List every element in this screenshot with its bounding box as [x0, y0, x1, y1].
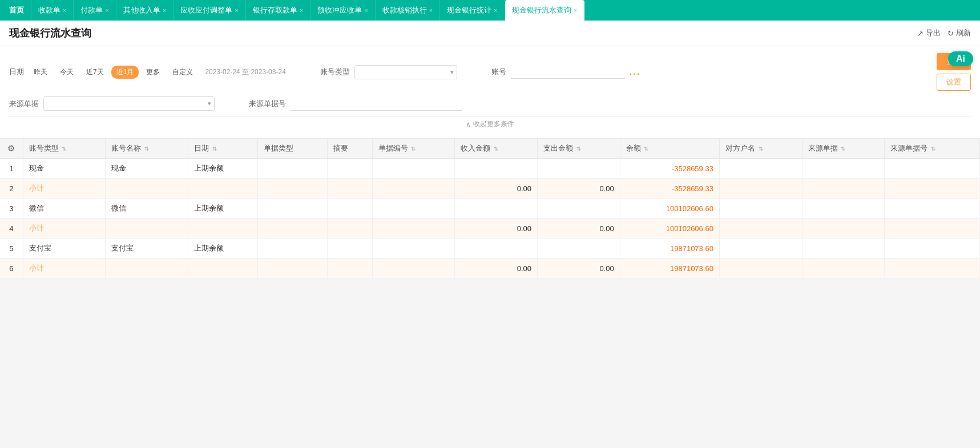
row-idx: 2 [0, 179, 23, 199]
col-date[interactable]: 日期 ⇅ [188, 139, 258, 159]
cell-summary [328, 159, 373, 179]
collapse-bar[interactable]: ∧ 收起更多条件 [9, 116, 971, 131]
cell-balance: 19871073.60 [620, 239, 719, 259]
account-input[interactable] [511, 65, 625, 79]
col-settings[interactable]: ⚙ [0, 139, 23, 159]
date-btn-more[interactable]: 更多 [141, 66, 165, 79]
nav-tab-cash-flow-label: 现金银行流水查询 [512, 5, 571, 15]
cell-account-type: 小计 [23, 219, 106, 239]
cell-counterpart [719, 199, 802, 219]
nav-tab-other-income[interactable]: 其他收入单 × [116, 0, 174, 21]
export-button[interactable]: ↗ 导出 [917, 28, 941, 38]
nav-tab-pre-receive-close[interactable]: × [364, 7, 368, 14]
table-container: ⚙ 账号类型 ⇅ 账号名称 ⇅ 日期 ⇅ 单据类型 摘要 [0, 139, 980, 279]
cell-expense: 0.00 [538, 179, 620, 199]
col-doc-no[interactable]: 单据编号 ⇅ [372, 139, 455, 159]
col-counterpart-label: 对方户名 [725, 144, 755, 152]
nav-tab-pre-receive[interactable]: 预收冲应收单 × [310, 0, 375, 21]
nav-tab-payment-close[interactable]: × [105, 7, 108, 14]
col-source-doc-no[interactable]: 来源单据号 ⇅ [885, 139, 980, 159]
source-doc-no-label: 来源单据号 [249, 99, 286, 109]
nav-tab-other-income-label: 其他收入单 [123, 5, 160, 15]
nav-tab-receipt-close[interactable]: × [63, 7, 66, 14]
cell-balance: 100102606.60 [620, 219, 719, 239]
nav-tab-payment-label: 付款单 [80, 5, 103, 15]
cell-summary [328, 179, 373, 199]
cell-expense [538, 159, 620, 179]
col-account-name[interactable]: 账号名称 ⇅ [106, 139, 188, 159]
cell-doc-type [258, 219, 328, 239]
date-btn-custom[interactable]: 自定义 [167, 66, 198, 79]
filter-area: 日期 昨天 今天 近7天 近1月 更多 自定义 2023-02-24 至 202… [0, 46, 980, 139]
source-doc-no-input[interactable] [291, 97, 462, 111]
row-idx: 4 [0, 219, 23, 239]
nav-tab-home[interactable]: 首页 [2, 0, 31, 21]
nav-tab-bank-deposit-close[interactable]: × [300, 7, 303, 14]
settings-gear-icon[interactable]: ⚙ [7, 143, 15, 153]
source-doc-select[interactable] [43, 96, 215, 111]
nav-tab-cash-stat-close[interactable]: × [494, 7, 497, 14]
nav-tab-payment[interactable]: 付款单 × [74, 0, 116, 21]
col-source-doc[interactable]: 来源单据 ⇅ [802, 139, 885, 159]
account-dots-button[interactable]: ... [630, 67, 640, 77]
export-label: 导出 [926, 28, 941, 38]
col-expense[interactable]: 支出金额 ⇅ [538, 139, 620, 159]
nav-tab-cash-flow[interactable]: 现金银行流水查询 × [505, 0, 584, 21]
col-income[interactable]: 收入金额 ⇅ [455, 139, 538, 159]
col-counterpart-sort-icon: ⇅ [759, 146, 763, 152]
nav-tab-adjust-close[interactable]: × [235, 7, 238, 14]
cell-doc-no [372, 259, 455, 279]
cell-account-name [106, 259, 188, 279]
refresh-label: 刷新 [956, 28, 971, 38]
col-expense-label: 支出金额 [543, 144, 573, 152]
row-idx: 5 [0, 239, 23, 259]
cell-doc-no [372, 179, 455, 199]
cell-balance: -3528659.33 [620, 159, 719, 179]
cell-doc-type [258, 199, 328, 219]
cell-source-doc-no [885, 259, 980, 279]
nav-tab-writeoff[interactable]: 收款核销执行 × [376, 0, 440, 21]
date-btn-today[interactable]: 今天 [55, 66, 79, 79]
settings-button[interactable]: 设置 [937, 74, 971, 91]
nav-tab-cash-flow-close[interactable]: × [574, 7, 577, 14]
cell-account-type: 微信 [23, 199, 106, 219]
date-btn-1month[interactable]: 近1月 [111, 66, 139, 79]
date-filter-label: 日期 [9, 67, 24, 77]
date-btn-7days[interactable]: 近7天 [81, 66, 109, 79]
nav-tab-adjust[interactable]: 应收应付调整单 × [174, 0, 245, 21]
col-date-sort-icon: ⇅ [212, 146, 217, 152]
refresh-button[interactable]: ↻ 刷新 [947, 28, 971, 38]
cell-balance: 19871073.60 [620, 259, 719, 279]
row-idx: 6 [0, 259, 23, 279]
header-actions: ↗ 导出 ↻ 刷新 [917, 28, 971, 38]
cell-source-doc [802, 239, 885, 259]
account-type-select[interactable] [354, 65, 457, 79]
nav-tab-pre-receive-label: 预收冲应收单 [317, 5, 362, 15]
page-title: 现金银行流水查询 [9, 26, 91, 40]
nav-tab-other-income-close[interactable]: × [163, 7, 166, 14]
table-header: ⚙ 账号类型 ⇅ 账号名称 ⇅ 日期 ⇅ 单据类型 摘要 [0, 139, 980, 159]
row-idx: 3 [0, 199, 23, 219]
table-body: 1现金现金上期余额-3528659.332小计0.000.00-3528659.… [0, 159, 980, 279]
col-counterpart[interactable]: 对方户名 ⇅ [719, 139, 802, 159]
nav-tab-writeoff-close[interactable]: × [429, 7, 433, 14]
cell-source-doc-no [885, 219, 980, 239]
col-account-name-sort-icon: ⇅ [144, 146, 149, 152]
cell-expense: 0.00 [538, 259, 620, 279]
col-account-type[interactable]: 账号类型 ⇅ [23, 139, 106, 159]
date-btn-yesterday[interactable]: 昨天 [29, 66, 53, 79]
cell-balance: 100102606.60 [620, 199, 719, 219]
nav-tab-receipt[interactable]: 收款单 × [31, 0, 74, 21]
cell-expense [538, 199, 620, 219]
nav-tab-bank-deposit[interactable]: 银行存取款单 × [246, 0, 310, 21]
col-balance[interactable]: 余额 ⇅ [620, 139, 719, 159]
row-idx: 1 [0, 159, 23, 179]
cell-account-name: 支付宝 [106, 239, 188, 259]
ai-assistant-badge[interactable]: Ai [948, 51, 973, 66]
col-source-doc-no-sort-icon: ⇅ [931, 146, 935, 152]
table-row: 3微信微信上期余额100102606.60 [0, 199, 980, 219]
nav-tab-cash-stat[interactable]: 现金银行统计 × [440, 0, 505, 21]
cell-expense [538, 239, 620, 259]
table-row: 2小计0.000.00-3528659.33 [0, 179, 980, 199]
cell-source-doc-no [885, 159, 980, 179]
